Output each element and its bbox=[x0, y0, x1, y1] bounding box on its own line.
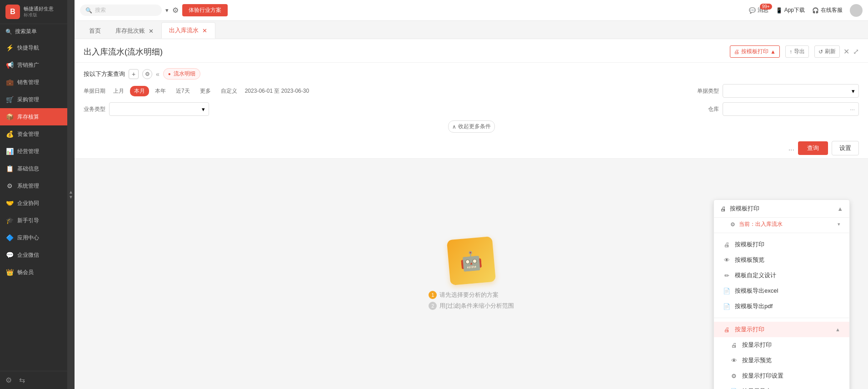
sidebar-item-inventory[interactable]: 📦 库存核算 bbox=[0, 108, 67, 125]
sidebar-item-operations[interactable]: 📊 经营管理 bbox=[0, 143, 67, 160]
date-btn-7days[interactable]: 近7天 bbox=[172, 86, 194, 96]
tip-1: 1 请先选择要分析的方案 bbox=[429, 291, 514, 299]
collab-icon: 🤝 bbox=[5, 199, 14, 207]
sidebar-item-collab[interactable]: 🤝 企业协同 bbox=[0, 194, 67, 212]
collapse-sidebar-icon[interactable]: ⇆ bbox=[19, 376, 25, 384]
tab-home-label: 首页 bbox=[89, 27, 101, 35]
main-area: 🔍 搜索 ▾ ⚙ 体验行业方案 💬 消息 99+ 📱 App下载 🎧 在线客服 bbox=[75, 0, 868, 389]
dp-item-display-print-header[interactable]: 🖨 按显示打印 ▲ bbox=[714, 322, 849, 337]
sidebar-item-label: 资金管理 bbox=[17, 130, 39, 138]
user-avatar-btn[interactable] bbox=[850, 4, 863, 17]
dp-item-label: 模板自定义设计 bbox=[735, 271, 776, 279]
dp-item-template-export-pdf[interactable]: 📄 按模板导出pdf bbox=[714, 299, 849, 314]
dp-item-display-print[interactable]: 🖨 按显示打印 bbox=[714, 337, 849, 353]
settings-icon[interactable]: ⚙ bbox=[5, 376, 12, 384]
sidebar-item-label: 采购管理 bbox=[17, 96, 39, 104]
page-actions: 🖨 按模板打印 ▲ ↑ 导出 ↺ 刷新 bbox=[730, 45, 840, 58]
sidebar-item-system[interactable]: ⚙ 系统管理 bbox=[0, 177, 67, 194]
collapse-btn[interactable]: ∧ 收起更多条件 bbox=[448, 120, 495, 133]
topbar-gear-icon[interactable]: ⚙ bbox=[172, 6, 179, 15]
app-center-icon: 🔷 bbox=[5, 234, 14, 242]
warehouse-select[interactable]: ··· bbox=[723, 102, 859, 116]
sidebar-item-basic-info[interactable]: 📋 基础信息 bbox=[0, 160, 67, 177]
close-window-btn[interactable]: ✕ bbox=[843, 47, 849, 56]
dp-item-template-preview[interactable]: 👁 按模板预览 bbox=[714, 252, 849, 268]
chevron-up-icon: ▲ bbox=[770, 49, 776, 55]
page-header: 出入库流水(流水明细) 🖨 按模板打印 ▲ ↑ 导出 ↺ 刷新 ✕ bbox=[75, 39, 868, 63]
sidebar-item-label: 畅会员 bbox=[17, 269, 34, 276]
topbar-search-box[interactable]: 🔍 搜索 bbox=[80, 5, 162, 16]
tab-inventory-batch[interactable]: 库存批次账 ✕ bbox=[108, 23, 161, 39]
filter-row-1: 单据日期 上月 本月 本年 近7天 更多 自定义 2023-06-01 至 20… bbox=[84, 84, 859, 98]
tip-2: 2 用[过滤]条件来缩小分析范围 bbox=[429, 302, 514, 310]
tab-flow-label: 出入库流水 bbox=[169, 26, 199, 35]
expand-window-btn[interactable]: ⤢ bbox=[853, 47, 859, 56]
dp-excel-icon: 📄 bbox=[723, 287, 730, 294]
sidebar-nav: ⚡ 快捷导航 📢 营销推广 💼 销售管理 🛒 采购管理 📦 库存核算 💰 资金管… bbox=[0, 39, 67, 371]
refresh-btn[interactable]: ↺ 刷新 bbox=[814, 45, 840, 58]
dp-item-display-preview[interactable]: 👁 按显示预览 bbox=[714, 353, 849, 368]
app-download-btn[interactable]: 📱 App下载 bbox=[776, 6, 805, 14]
message-btn[interactable]: 💬 消息 99+ bbox=[749, 6, 768, 14]
dp-display-preview-icon: 👁 bbox=[730, 357, 738, 364]
refresh-label: 刷新 bbox=[825, 48, 836, 55]
basic-info-icon: 📋 bbox=[5, 165, 14, 173]
sidebar-item-app-center[interactable]: 🔷 应用中心 bbox=[0, 229, 67, 246]
industry-btn[interactable]: 体验行业方案 bbox=[182, 4, 228, 16]
query-btn[interactable]: 查询 bbox=[798, 141, 828, 155]
sidebar-item-label: 基础信息 bbox=[17, 165, 39, 173]
dp-item-template-print[interactable]: 🖨 按模板打印 bbox=[714, 237, 849, 252]
print-template-btn[interactable]: 🖨 按模板打印 ▲ bbox=[730, 45, 780, 58]
more-actions-btn[interactable]: ... bbox=[788, 144, 794, 152]
voucher-type-dropdown-icon: ▾ bbox=[852, 88, 855, 95]
dp-item-template-custom[interactable]: ✏ 模板自定义设计 bbox=[714, 268, 849, 283]
sidebar-item-marketing[interactable]: 📢 营销推广 bbox=[0, 56, 67, 74]
sidebar-scroll[interactable]: ▲▼ bbox=[67, 0, 75, 389]
headset-icon: 🎧 bbox=[812, 7, 819, 14]
empty-tips: 1 请先选择要分析的方案 2 用[过滤]条件来缩小分析范围 bbox=[429, 291, 514, 310]
dp-item-display-export-excel[interactable]: 📄 按显示导出excel bbox=[714, 384, 849, 389]
export-btn[interactable]: ↑ 导出 bbox=[785, 45, 809, 58]
sidebar-item-sales[interactable]: 💼 销售管理 bbox=[0, 74, 67, 91]
topbar-dropdown-icon[interactable]: ▾ bbox=[165, 7, 169, 14]
date-btn-this-month[interactable]: 本月 bbox=[130, 86, 149, 96]
date-btn-custom[interactable]: 自定义 bbox=[217, 86, 241, 96]
dp-header-arrow[interactable]: ▲ bbox=[837, 205, 843, 212]
content-area: 🤖 1 请先选择要分析的方案 2 用[过滤]条件来缩小分析范围 🖨 按模板打印 … bbox=[75, 159, 868, 389]
filter-top: 按以下方案查询 + ⚙ « ● 流水明细 bbox=[84, 68, 859, 80]
filter-tag[interactable]: ● 流水明细 bbox=[163, 68, 200, 80]
online-service-btn[interactable]: 🎧 在线客服 bbox=[812, 6, 843, 14]
voucher-type-select[interactable]: ▾ bbox=[723, 84, 859, 98]
system-icon: ⚙ bbox=[5, 182, 14, 190]
date-btn-last-month[interactable]: 上月 bbox=[109, 86, 128, 96]
voucher-type-field: 单据类型 ▾ bbox=[697, 84, 859, 98]
date-btn-this-year[interactable]: 本年 bbox=[151, 86, 170, 96]
sidebar-item-label: 企业协同 bbox=[17, 199, 39, 207]
dp-custom-icon: ✏ bbox=[723, 272, 730, 279]
tab-inventory-batch-close[interactable]: ✕ bbox=[148, 28, 154, 34]
sidebar-item-finance[interactable]: 💰 资金管理 bbox=[0, 125, 67, 143]
sidebar-item-enterprise-wx[interactable]: 💬 企业微信 bbox=[0, 246, 67, 264]
date-btn-more[interactable]: 更多 bbox=[196, 86, 215, 96]
sidebar-item-purchase[interactable]: 🛒 采购管理 bbox=[0, 91, 67, 108]
filter-settings-btn[interactable]: ⚙ bbox=[142, 69, 152, 79]
filter-collapse-icon[interactable]: « bbox=[156, 70, 160, 78]
sidebar-search[interactable]: 🔍 搜索菜单 bbox=[0, 24, 67, 39]
sidebar-item-member[interactable]: 👑 畅会员 bbox=[0, 264, 67, 281]
biz-type-field: 业务类型 ▾ bbox=[84, 102, 209, 116]
chevron-up-icon: ∧ bbox=[452, 124, 456, 130]
biz-type-select[interactable]: ▾ bbox=[109, 102, 209, 116]
filter-add-btn[interactable]: + bbox=[129, 69, 139, 79]
sidebar-item-label: 经营管理 bbox=[17, 148, 39, 155]
settings-btn[interactable]: 设置 bbox=[832, 141, 859, 155]
dp-item-template-export-excel[interactable]: 📄 按模板导出excel bbox=[714, 283, 849, 299]
tab-home[interactable]: 首页 bbox=[82, 23, 108, 39]
sidebar-item-quick-nav[interactable]: ⚡ 快捷导航 bbox=[0, 39, 67, 56]
page-title: 出入库流水(流水明细) bbox=[84, 46, 163, 57]
dp-preview-icon: 👁 bbox=[723, 256, 730, 264]
sidebar-item-newbie[interactable]: 🎓 新手引导 bbox=[0, 212, 67, 229]
tab-flow[interactable]: 出入库流水 ✕ bbox=[161, 22, 215, 39]
dp-item-display-print-settings[interactable]: ⚙ 按显示打印设置 bbox=[714, 368, 849, 384]
topbar-search-icon: 🔍 bbox=[85, 7, 92, 14]
tab-flow-close[interactable]: ✕ bbox=[201, 27, 208, 34]
